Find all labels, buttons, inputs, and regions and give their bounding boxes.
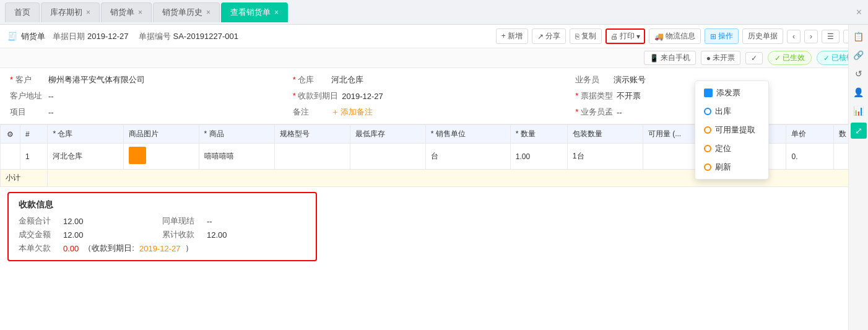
col-gear: ⚙ xyxy=(1,125,20,144)
tab-home[interactable]: 首页 xyxy=(5,2,40,22)
doc-icon: 🧾 xyxy=(7,32,17,41)
tab-sales-history[interactable]: 销货单历史 × xyxy=(153,2,220,22)
locate-label: 定位 xyxy=(715,143,731,154)
print-button[interactable]: 🖨 打印 ▾ xyxy=(605,28,645,44)
new-button[interactable]: + 新增 xyxy=(496,28,528,44)
print-dropdown-icon: ▾ xyxy=(636,32,640,41)
right-icon-3[interactable]: ↺ xyxy=(852,67,866,80)
add-remark-button[interactable]: ＋ 添加备注 xyxy=(331,106,373,118)
address-label: 客户地址 xyxy=(10,90,45,102)
tab-inventory-close[interactable]: × xyxy=(86,9,90,16)
toolbar-actions: + 新增 ↗ 分享 ⎘ 复制 🖨 打印 ▾ 🚚 物流信息 ⊞ 操作 xyxy=(496,28,861,44)
logistics-label: 物流信息 xyxy=(666,31,695,41)
unopened-icon: ● xyxy=(706,54,711,63)
next-button[interactable]: › xyxy=(804,30,818,43)
warehouse-value: 河北仓库 xyxy=(331,74,363,85)
operation-icon: ⊞ xyxy=(710,32,716,41)
payment-date-row: 收款到期日 2019-12-27 xyxy=(293,90,576,102)
doc-title-section: 🧾 销货单 xyxy=(7,31,45,42)
same-order-value: -- xyxy=(207,217,212,226)
payment-date-label: 收款到期日 xyxy=(293,90,339,102)
col-spec: 规格型号 xyxy=(274,125,350,144)
same-order-row: 同单现结 -- xyxy=(162,215,306,227)
due-amount-row: 本单欠款 0.00 （收款到期日: 2019-12-27 ） xyxy=(19,243,306,254)
doc-toolbar: 🧾 销货单 单据日期 2019-12-27 单据编号 SA-20191227-0… xyxy=(0,25,868,48)
history-button[interactable]: 历史单据 xyxy=(742,28,783,44)
unopened-button[interactable]: ● 未开票 xyxy=(701,51,740,65)
cumulative-value: 12.00 xyxy=(207,230,227,240)
operation-button[interactable]: ⊞ 操作 xyxy=(705,28,739,44)
same-order-label: 同单现结 xyxy=(162,215,202,227)
payment-grid: 金额合计 12.00 同单现结 -- 成交金额 12.00 累计收款 12.00… xyxy=(19,215,306,254)
col-product: * 商品 xyxy=(199,125,274,144)
right-icon-5[interactable]: 📊 xyxy=(852,104,866,118)
effective-button[interactable]: ✓ 已生效 xyxy=(768,51,812,65)
address-value: -- xyxy=(48,92,54,101)
right-panel: 📋 🔗 ↺ 👤 📊 ⤢ xyxy=(848,25,868,330)
dropdown-outbound[interactable]: 出库 xyxy=(695,102,768,121)
tab-check-sales-close[interactable]: × xyxy=(274,9,279,16)
col-img: 商品图片 xyxy=(123,125,199,144)
right-icon-1[interactable]: 📋 xyxy=(852,30,866,43)
window-close-button[interactable]: × xyxy=(856,7,862,18)
doc-no-item: 单据编号 SA-20191227-001 xyxy=(139,31,239,42)
right-icon-expand[interactable]: ⤢ xyxy=(851,123,867,139)
doc-title-text: 销货单 xyxy=(21,31,45,42)
payment-box: 收款信息 金额合计 12.00 同单现结 -- 成交金额 12.00 累计收款 … xyxy=(7,192,317,261)
tab-bar: 首页 库存期初 × 销货单 × 销货单历史 × 查看销货单 × × xyxy=(0,0,868,25)
right-icon-2[interactable]: 🔗 xyxy=(852,48,866,62)
add-icon: ＋ xyxy=(331,106,339,118)
ticket-type-value: 不开票 xyxy=(617,90,641,102)
history-label: 历史单据 xyxy=(748,31,778,41)
dropdown-available-extract[interactable]: 可用量提取 xyxy=(695,121,768,139)
mobile-button[interactable]: 📱 来自手机 xyxy=(644,51,696,65)
customer-label: 客户 xyxy=(10,74,45,85)
due-note-end: ） xyxy=(185,243,193,254)
dropdown-locate[interactable]: 定位 xyxy=(695,139,768,158)
confirm-button[interactable]: ✓ xyxy=(745,52,763,64)
tab-sales-order-close[interactable]: × xyxy=(138,9,142,16)
deal-amount-label: 成交金额 xyxy=(19,229,58,240)
project-label: 项目 xyxy=(10,106,45,118)
col-no: # xyxy=(20,125,48,144)
tab-inventory-init[interactable]: 库存期初 × xyxy=(41,2,100,22)
locate-icon xyxy=(704,145,711,152)
unopened-label: 未开票 xyxy=(713,53,735,63)
due-note: （收款到期日: xyxy=(84,243,134,254)
refresh-icon xyxy=(704,163,711,171)
ticket-type-label: 票据类型 xyxy=(575,90,613,102)
add-invoice-icon xyxy=(704,89,713,97)
main-area: 🧾 销货单 单据日期 2019-12-27 单据编号 SA-20191227-0… xyxy=(0,25,868,330)
right-icon-4[interactable]: 👤 xyxy=(852,85,866,99)
print-label: 打印 xyxy=(620,31,635,41)
warehouse-row: 仓库 河北仓库 xyxy=(293,74,576,85)
prev-button[interactable]: ‹ xyxy=(787,30,801,43)
logistics-button[interactable]: 🚚 物流信息 xyxy=(649,28,701,44)
row-img xyxy=(123,144,199,170)
copy-button[interactable]: ⎘ 复制 xyxy=(570,28,602,44)
grid-view-button[interactable]: ☰ xyxy=(822,30,840,43)
row-min-stock xyxy=(350,144,425,170)
share-button[interactable]: ↗ 分享 xyxy=(532,28,566,44)
col-min-stock: 最低库存 xyxy=(350,125,425,144)
staff-value: 演示账号 xyxy=(614,74,646,85)
tab-check-sales[interactable]: 查看销货单 × xyxy=(221,2,288,22)
total-label: 金额合计 xyxy=(19,215,58,227)
row-warehouse: 河北仓库 xyxy=(48,144,123,170)
copy-icon: ⎘ xyxy=(575,32,579,41)
sales-staff-value: -- xyxy=(617,108,622,117)
dropdown-add-invoice[interactable]: 添发票 xyxy=(695,84,768,102)
tab-check-sales-label: 查看销货单 xyxy=(230,7,271,18)
col-pack-qty: 包装数量 xyxy=(567,125,643,144)
tab-sales-order[interactable]: 销货单 × xyxy=(101,2,152,22)
dropdown-refresh[interactable]: 刷新 xyxy=(695,158,768,176)
tab-sales-history-close[interactable]: × xyxy=(206,9,210,16)
dropdown-menu: 添发票 出库 可用量提取 定位 刷新 xyxy=(695,80,769,180)
row-sales-unit: 台 xyxy=(425,144,510,170)
customer-value: 柳州粤港平安气体有限公司 xyxy=(48,74,145,85)
sales-staff-label: 业务员孟 xyxy=(575,106,613,118)
doc-no-label: 单据编号 xyxy=(139,31,171,42)
customer-row: 客户 柳州粤港平安气体有限公司 xyxy=(10,74,293,85)
payment-title: 收款信息 xyxy=(19,199,306,211)
print-icon: 🖨 xyxy=(610,32,618,41)
